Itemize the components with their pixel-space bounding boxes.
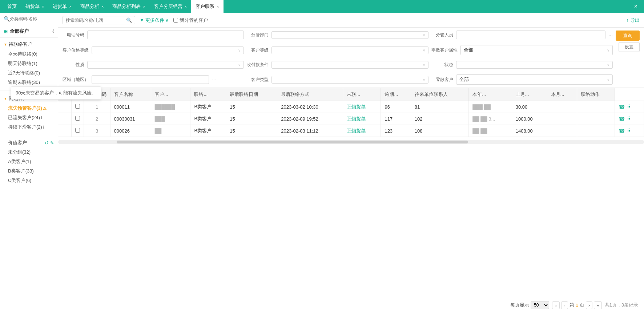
close-purchase-tab[interactable]: ×: [69, 4, 71, 9]
filter-scatter-attr-select[interactable]: 全部 ∨: [460, 45, 613, 55]
sidebar-item-class-a[interactable]: A类客户(1): [0, 157, 58, 166]
row-checkbox-2[interactable]: [71, 125, 84, 137]
tab-sales[interactable]: 销货单 ×: [21, 0, 48, 13]
row-settings-2: [58, 125, 71, 137]
sidebar-item-ungroup[interactable]: 未分组(32): [0, 147, 58, 157]
query-button[interactable]: 查询: [616, 31, 640, 41]
export-button[interactable]: ↑ 导出: [627, 17, 640, 24]
sidebar-item-class-c[interactable]: C类客户(6): [0, 176, 58, 185]
sidebar-item-declining[interactable]: 持续下滑客户(2) ℹ: [0, 122, 58, 132]
row-last-contact-method-2[interactable]: 下销货单: [343, 125, 381, 137]
filter-scatter-customer-select[interactable]: 全部 ∨: [456, 74, 613, 85]
tab-customer-tier[interactable]: 客户分层经营 ×: [150, 0, 191, 13]
filter-customer-type-select[interactable]: ∨: [271, 76, 428, 84]
row-action-contact-0[interactable]: ☎: [619, 104, 625, 110]
sidebar-item-class-b[interactable]: B类客户(33): [0, 166, 58, 176]
close-product-analysis-tab[interactable]: ×: [101, 4, 104, 9]
refresh-icon[interactable]: ↺: [45, 140, 49, 146]
row-this-month-2: [577, 125, 615, 137]
close-product-analysis-list-tab[interactable]: ×: [143, 4, 145, 9]
row-action-more-0[interactable]: ⠿: [627, 104, 631, 110]
row-last-contact-method-0[interactable]: 下销货单: [343, 101, 381, 113]
sidebar-item-today[interactable]: 今天待联络(0): [0, 49, 58, 59]
close-sales-tab[interactable]: ×: [42, 4, 44, 9]
table-container: ⚙ 客户编码 客户名称 客户... 联络... 最后联络日期 最后联络方式 未联…: [58, 88, 644, 298]
close-customer-tier-tab[interactable]: ×: [185, 4, 187, 9]
filter-dept-select[interactable]: ∨: [271, 31, 428, 39]
pending-contact-group-title[interactable]: ▼ 待联络客户: [0, 39, 58, 49]
all-customers-header[interactable]: ⊞ 全部客户 《: [0, 25, 58, 38]
horizontal-scrollbar[interactable]: [58, 137, 644, 147]
th-contact: 联络...: [190, 88, 226, 101]
sidebar-item-7days[interactable]: 近7天待联络(0): [0, 68, 58, 78]
export-icon: ↑: [627, 17, 629, 23]
th-actions: 联络动作: [577, 88, 615, 101]
row-contact2-0: ███ ██: [469, 101, 512, 113]
my-customers-check[interactable]: [173, 18, 178, 23]
sidebar-search-input[interactable]: [10, 16, 58, 21]
last-page-button[interactable]: »: [594, 301, 601, 309]
row-action-more-1[interactable]: ⠿: [627, 116, 631, 122]
search-input[interactable]: [66, 18, 126, 23]
payment-chevron-icon: ∨: [423, 63, 425, 67]
close-customer-contact-tab[interactable]: ×: [217, 4, 219, 9]
chevron-up-icon: ∧: [165, 17, 169, 23]
region-dots-icon[interactable]: ···: [212, 77, 216, 82]
row-last-contact-method-1[interactable]: 下销货单: [343, 113, 381, 125]
row-overdue-1: 102: [411, 113, 469, 125]
tab-product-analysis[interactable]: 商品分析 ×: [76, 0, 108, 13]
filter-price-grade-select[interactable]: ∨: [92, 46, 244, 54]
more-conditions-btn[interactable]: ▼ 更多条件 ∧: [140, 17, 169, 24]
filter-region-input[interactable]: [92, 75, 209, 84]
sidebar-item-tomorrow[interactable]: 明天待联络(1): [0, 59, 58, 68]
row-name-1: ███: [151, 113, 190, 125]
row-checkbox-1[interactable]: [71, 113, 84, 125]
filter-manager-input[interactable]: [456, 31, 606, 39]
row-action-contact-1[interactable]: ☎: [619, 116, 625, 122]
filter-phone-input[interactable]: [87, 31, 244, 39]
settings-button[interactable]: 设置: [619, 42, 640, 52]
row-action-more-2[interactable]: ⠿: [627, 128, 631, 134]
row-num-2: 3: [84, 125, 110, 137]
sidebar-item-churn-warning[interactable]: 流失预警客户(3) ⚠: [0, 104, 58, 113]
search-submit-icon[interactable]: 🔍: [126, 17, 132, 23]
manager-dots-icon[interactable]: ···: [608, 32, 613, 38]
warn-icon: ⚠: [43, 106, 47, 111]
row-code-1: 00030031: [110, 113, 151, 125]
top-nav: 首页 销货单 × 进货单 × 商品分析 × 商品分析列表 × 客户分层经营 × …: [0, 0, 644, 13]
filter-status-select[interactable]: ∨: [456, 61, 613, 69]
filter-status-label: 状态: [431, 62, 453, 68]
scrollbar-thumb: [117, 141, 468, 143]
my-customers-checkbox[interactable]: 我分管的客户: [173, 17, 208, 24]
scrollbar-track: [58, 140, 644, 144]
filter-row-4: 区域（地区） ··· 客户类型 ∨: [63, 74, 613, 85]
edit-icon[interactable]: ✎: [50, 140, 54, 146]
value-customers-edit-icons: ↺ ✎: [45, 140, 54, 146]
filter-customer-grade-select[interactable]: ∨: [271, 46, 428, 54]
filter-payment-select[interactable]: ∨: [271, 61, 428, 69]
first-page-button[interactable]: «: [552, 301, 560, 309]
row-code-2: 000026: [110, 125, 151, 137]
close-all-button[interactable]: ×: [631, 3, 641, 10]
value-customers-header[interactable]: 价值客户 ↺ ✎: [0, 138, 58, 147]
th-this-year: 本年...: [469, 88, 512, 101]
row-checkbox-0[interactable]: [71, 101, 84, 113]
filter-nature-label: 性质: [63, 62, 84, 68]
page-size-dropdown[interactable]: 50 100 200: [531, 301, 549, 309]
tab-product-analysis-list[interactable]: 商品分析列表 ×: [108, 0, 149, 13]
prev-page-button[interactable]: ‹: [561, 301, 568, 309]
filter-nature-select[interactable]: ∨: [87, 61, 244, 69]
row-contact-2: 15: [226, 125, 277, 137]
th-uncontacted: 未联...: [343, 88, 381, 101]
tab-home[interactable]: 首页: [3, 0, 21, 13]
tab-purchase[interactable]: 进货单 ×: [48, 0, 76, 13]
sidebar-item-overdue[interactable]: 逾期未联络(30): [0, 78, 58, 87]
row-last-month-1: [547, 113, 577, 125]
filter-icon: ▼: [140, 17, 144, 23]
row-action-contact-2[interactable]: ☎: [619, 128, 625, 134]
sidebar-item-churned[interactable]: 已流失客户(24) ℹ: [0, 113, 58, 122]
filter-scatter-customer-label: 零散客户: [431, 77, 453, 83]
tab-customer-contact[interactable]: 客户联系 ×: [191, 0, 223, 13]
sidebar-collapse-btn[interactable]: 《: [50, 29, 54, 34]
next-page-button[interactable]: ›: [586, 301, 592, 309]
